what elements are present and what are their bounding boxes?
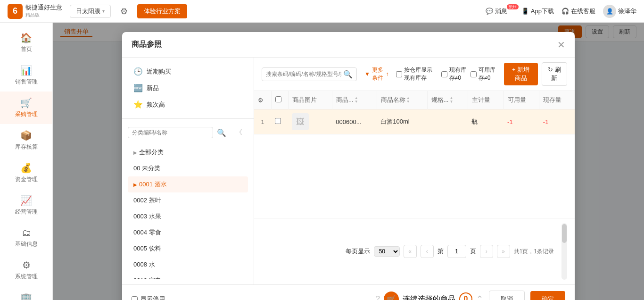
close-icon[interactable]: ✕: [557, 40, 565, 50]
avatar: 👤: [603, 5, 616, 18]
checkbox-available-nonzero[interactable]: 现有库存≠0: [441, 66, 467, 82]
page-label: 第: [438, 247, 444, 256]
cancel-button[interactable]: 取消: [489, 291, 525, 300]
row-select-checkbox[interactable]: [275, 118, 281, 124]
category-search-input[interactable]: [128, 127, 213, 138]
messages-label: 消息: [495, 7, 507, 16]
next-page-button[interactable]: ›: [480, 245, 493, 258]
col-spec: 规格... ▲▼: [427, 91, 468, 109]
filter-more-button[interactable]: ▼ 更多条件 ↑: [361, 64, 392, 84]
category-0004[interactable]: 0004 零食: [128, 225, 248, 241]
left-divider: [122, 118, 254, 119]
category-0005-label: 0005 饮料: [133, 244, 161, 253]
cart-count-badge: 0: [459, 292, 472, 300]
sidebar-item-home[interactable]: 🏠 首页: [0, 26, 52, 59]
display-disabled-checkbox[interactable]: 显示停用: [132, 295, 165, 300]
cart-collapse-icon[interactable]: ⌃: [476, 294, 483, 300]
search-icon[interactable]: 🔍: [217, 128, 226, 137]
recent-purchase-button[interactable]: 🕒 近期购买: [128, 63, 248, 80]
usable-nonzero-checkbox[interactable]: [471, 71, 477, 77]
col-code-sort[interactable]: 商品... ▲▼: [336, 96, 373, 104]
new-products-button[interactable]: 🆕 新品: [128, 80, 248, 96]
col-code-label: 商品...: [336, 96, 354, 104]
page-number-input[interactable]: [447, 245, 466, 258]
category-0005[interactable]: 0005 饮料: [128, 241, 248, 257]
category-0010[interactable]: 0010 家电: [128, 273, 248, 279]
prev-page-button[interactable]: ‹: [421, 245, 434, 258]
available-nonzero-checkbox[interactable]: [441, 71, 447, 77]
sort-arrows-spec: ▲▼: [449, 96, 453, 104]
page-size-select[interactable]: 50 10 20 100: [374, 246, 400, 257]
sidebar-item-operation[interactable]: 📈 经营管理: [0, 189, 52, 222]
category-0002[interactable]: 0002 茶叶: [128, 192, 248, 208]
frequent-button[interactable]: ⭐ 频次高: [128, 96, 248, 113]
add-product-button[interactable]: + 新增商品: [504, 63, 538, 85]
col-spec-sort[interactable]: 规格... ▲▼: [431, 96, 464, 104]
nav-right: 💬 消息 99+ 📱 App下载 🎧 在线客服 👤 徐泽华: [486, 5, 636, 18]
category-0008[interactable]: 0008 水: [128, 257, 248, 273]
product-search-input[interactable]: [266, 71, 341, 77]
quick-access-area: 🕒 近期购买 🆕 新品 ⭐ 频次高: [122, 63, 254, 117]
sidebar-item-purchase[interactable]: 🛒 采购管理: [0, 92, 52, 124]
messages-button[interactable]: 💬 消息 99+: [486, 7, 514, 16]
product-reference-modal: 商品参照 ✕ 🕒 近期购买 🆕 新品: [122, 32, 575, 300]
col-unit: 主计量: [468, 91, 504, 109]
show-disabled-checkbox[interactable]: [132, 296, 138, 300]
col-name-sort[interactable]: 商品名称 ▲▼: [381, 96, 423, 104]
category-0003[interactable]: 0003 水果: [128, 208, 248, 225]
row-available: -1: [504, 109, 539, 134]
col-stock-label: 现存量: [543, 96, 561, 103]
sidebar-item-basic[interactable]: 🗂 基础信息: [0, 222, 52, 254]
refresh-button[interactable]: ↻ 刷新: [542, 62, 567, 86]
inventory-icon: 📦: [20, 130, 32, 141]
last-page-button[interactable]: »: [497, 245, 510, 258]
store-name: 日太阳膜: [76, 7, 100, 16]
product-table-wrap: ⚙ 商品图片 商品...: [254, 91, 575, 218]
modal-left-panel: 🕒 近期购买 🆕 新品 ⭐ 频次高: [122, 58, 254, 284]
first-page-button[interactable]: «: [404, 245, 417, 258]
col-available-sort[interactable]: 可用量: [508, 96, 536, 104]
cart-area: ? 🛒 连续选择的商品 0 ⌃: [376, 292, 483, 300]
table-row[interactable]: 1 🖼 000600... 白酒100ml: [254, 109, 575, 134]
search-product-icon[interactable]: 🔍: [343, 70, 353, 79]
row-code: 000600...: [332, 109, 377, 134]
by-warehouse-checkbox[interactable]: [396, 71, 402, 77]
category-all[interactable]: ▶ 全部分类: [128, 144, 248, 160]
select-all-checkbox[interactable]: [275, 96, 281, 102]
chevron-down-icon: ▾: [102, 8, 105, 14]
app-download-button[interactable]: 📱 App下载: [521, 7, 554, 16]
store-selector[interactable]: 日太阳膜 ▾: [70, 5, 111, 18]
sidebar-item-enterprise[interactable]: 🏢 企业协同: [0, 286, 52, 300]
sidebar-item-system[interactable]: ⚙ 系统管理: [0, 254, 52, 286]
scrollbar[interactable]: [561, 223, 567, 280]
col-unit-sort[interactable]: 主计量: [472, 96, 500, 104]
category-0002-label: 0002 茶叶: [133, 196, 161, 205]
row-image: 🖼: [288, 109, 332, 134]
user-menu[interactable]: 👤 徐泽华: [603, 5, 636, 18]
col-image-label: 商品图片: [292, 96, 317, 104]
help-icon[interactable]: ?: [376, 295, 380, 300]
username-label: 徐泽华: [618, 7, 636, 16]
confirm-button[interactable]: 确定: [530, 291, 565, 300]
product-thumbnail: 🖼: [292, 113, 309, 130]
industry-button[interactable]: 体验行业方案: [137, 4, 187, 18]
logo-area: 6 畅捷通好生意 精品版: [8, 4, 64, 19]
col-settings[interactable]: ⚙: [254, 91, 271, 109]
pagination: 每页显示 50 10 20 100 « ‹ 第 页 › »: [254, 218, 575, 284]
sidebar-item-inventory[interactable]: 📦 库存核算: [0, 124, 52, 157]
online-service-button[interactable]: 🎧 在线客服: [561, 7, 595, 16]
sidebar-item-finance[interactable]: 💰 资金管理: [0, 157, 52, 189]
col-image-sort[interactable]: 商品图片: [292, 96, 328, 104]
category-0001[interactable]: ▶ 0001 酒水: [128, 176, 248, 192]
checkbox-by-warehouse[interactable]: 按仓库显示现有库存: [396, 66, 437, 82]
checkbox-usable-nonzero[interactable]: 可用库存≠0: [471, 66, 496, 82]
logo-text: 畅捷通好生意 精品版: [25, 4, 62, 18]
category-00[interactable]: 00 未分类: [128, 160, 248, 176]
cart-icon[interactable]: 🛒: [384, 292, 399, 300]
col-image: 商品图片: [288, 91, 332, 109]
row-num: 1: [254, 109, 271, 134]
row-checkbox[interactable]: [271, 109, 288, 134]
settings-icon[interactable]: ⚙: [116, 4, 132, 19]
collapse-icon[interactable]: 《: [230, 125, 248, 141]
sidebar-item-sales[interactable]: 📊 销售管理: [0, 59, 52, 92]
